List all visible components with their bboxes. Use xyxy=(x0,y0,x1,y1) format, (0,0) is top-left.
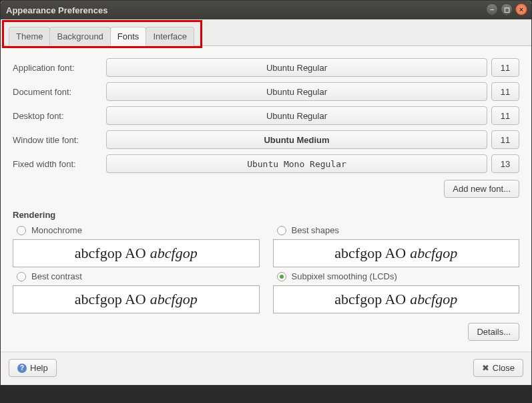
sample-regular: abcfgop AO xyxy=(75,291,146,308)
radio-icon xyxy=(277,226,286,235)
add-new-font-button[interactable]: Add new font... xyxy=(444,180,519,198)
titlebar: Appearance Preferences – ◻ × xyxy=(1,1,531,19)
add-font-row: Add new font... xyxy=(13,180,519,198)
close-window-button[interactable]: × xyxy=(515,3,527,15)
application-font-button[interactable]: Ubuntu Regular xyxy=(106,58,487,77)
application-font-label: Application font: xyxy=(13,63,106,73)
rendering-section-title: Rendering xyxy=(13,210,519,220)
rendering-grid: Monochrome Best shapes abcfgop AO abcfgo… xyxy=(13,225,519,313)
rendering-sample-monochrome: abcfgop AO abcfgop xyxy=(13,239,260,267)
sample-regular: abcfgop AO xyxy=(334,245,406,262)
window-controls: – ◻ × xyxy=(486,3,527,15)
rendering-best-shapes-radio[interactable]: Best shapes xyxy=(273,225,520,235)
close-button-label: Close xyxy=(493,363,515,373)
help-button-label: Help xyxy=(30,363,48,373)
rendering-best-contrast-label: Best contrast xyxy=(31,271,82,281)
rendering-subpixel-radio[interactable]: Subpixel smoothing (LCDs) xyxy=(273,271,520,281)
minimize-button[interactable]: – xyxy=(486,3,498,15)
desktop-font-button[interactable]: Ubuntu Regular xyxy=(106,106,487,125)
sample-regular: abcfgop AO xyxy=(75,245,146,262)
application-font-size-button[interactable]: 11 xyxy=(491,58,519,77)
radio-icon xyxy=(17,272,26,281)
window-title-font-size-button[interactable]: 11 xyxy=(491,130,519,149)
rendering-best-shapes-label: Best shapes xyxy=(292,225,340,235)
details-row: Details... xyxy=(13,323,519,341)
sample-italic: abcfgop xyxy=(150,245,198,262)
dialog-footer: ? Help ✖ Close xyxy=(1,352,531,385)
fixed-width-font-row: Fixed width font: Ubuntu Mono Regular 13 xyxy=(13,154,519,173)
rendering-subpixel-label: Subpixel smoothing (LCDs) xyxy=(292,271,397,281)
window-title-font-label: Window title font: xyxy=(13,135,106,145)
appearance-preferences-window: Appearance Preferences – ◻ × Theme Backg… xyxy=(0,0,532,386)
sample-regular: abcfgop AO xyxy=(334,291,406,308)
desktop-font-row: Desktop font: Ubuntu Regular 11 xyxy=(13,106,519,125)
help-icon: ? xyxy=(17,364,27,373)
rendering-sample-subpixel: abcfgop AO abcfgop xyxy=(273,285,520,313)
document-font-button[interactable]: Ubuntu Regular xyxy=(106,82,487,101)
document-font-row: Document font: Ubuntu Regular 11 xyxy=(13,82,519,101)
maximize-button[interactable]: ◻ xyxy=(501,3,513,15)
rendering-best-contrast-radio[interactable]: Best contrast xyxy=(13,271,260,281)
desktop-font-label: Desktop font: xyxy=(13,111,106,121)
rendering-monochrome-label: Monochrome xyxy=(31,225,82,235)
fonts-panel: Application font: Ubuntu Regular 11 Docu… xyxy=(1,45,531,352)
rendering-sample-best-contrast: abcfgop AO abcfgop xyxy=(13,285,260,313)
fixed-width-font-button[interactable]: Ubuntu Mono Regular xyxy=(106,154,487,173)
window-title: Appearance Preferences xyxy=(6,5,107,15)
rendering-monochrome-radio[interactable]: Monochrome xyxy=(13,225,260,235)
sample-italic: abcfgop xyxy=(150,291,198,308)
tab-interface[interactable]: Interface xyxy=(146,27,194,46)
fixed-width-font-size-button[interactable]: 13 xyxy=(491,154,519,173)
application-font-row: Application font: Ubuntu Regular 11 xyxy=(13,58,519,77)
sample-italic: abcfgop xyxy=(410,291,457,308)
document-font-label: Document font: xyxy=(13,87,106,97)
document-font-size-button[interactable]: 11 xyxy=(491,82,519,101)
tab-background[interactable]: Background xyxy=(49,27,110,46)
close-icon: ✖ xyxy=(482,363,489,373)
tab-bar: Theme Background Fonts Interface xyxy=(1,19,531,46)
window-title-font-row: Window title font: Ubuntu Medium 11 xyxy=(13,130,519,149)
rendering-sample-best-shapes: abcfgop AO abcfgop xyxy=(273,239,520,267)
sample-italic: abcfgop xyxy=(410,245,457,262)
desktop-font-size-button[interactable]: 11 xyxy=(491,106,519,125)
fixed-width-font-label: Fixed width font: xyxy=(13,159,106,169)
radio-icon xyxy=(277,272,286,281)
details-button[interactable]: Details... xyxy=(468,323,519,341)
tab-theme[interactable]: Theme xyxy=(9,27,50,46)
tab-fonts[interactable]: Fonts xyxy=(110,27,147,46)
help-button[interactable]: ? Help xyxy=(9,359,57,377)
radio-icon xyxy=(17,226,26,235)
close-button[interactable]: ✖ Close xyxy=(473,359,523,377)
window-title-font-button[interactable]: Ubuntu Medium xyxy=(106,130,487,149)
